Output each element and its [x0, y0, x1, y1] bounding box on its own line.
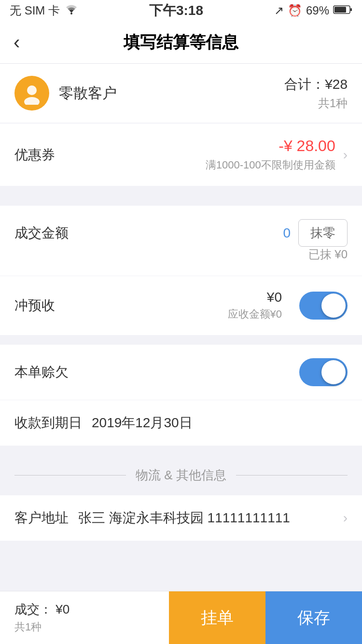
- alarm-icon: ⏰: [288, 4, 302, 17]
- toggle-knob: [321, 294, 346, 318]
- save-button[interactable]: 保存: [265, 591, 362, 644]
- status-right: ↗ ⏰ 69%: [274, 4, 352, 17]
- address-label: 客户地址: [14, 509, 69, 527]
- transaction-amount-row: 成交金额 0 抹零 已抹 ¥0: [0, 206, 362, 276]
- hang-button[interactable]: 挂单: [169, 591, 265, 644]
- coupon-discount: -¥ 28.00: [206, 137, 335, 155]
- total-amount: 合计：¥28: [284, 75, 348, 94]
- prepaid-label: 冲预收: [14, 296, 55, 315]
- coupon-right: -¥ 28.00 满1000-100不限制使用金额 ›: [206, 137, 348, 172]
- transaction-sub: 已抹 ¥0: [308, 247, 348, 262]
- customer-name: 零散客户: [59, 84, 117, 103]
- page-title: 填写结算等信息: [124, 31, 238, 54]
- prepaid-row: 冲预收 ¥0 应收金额¥0: [0, 276, 362, 335]
- no-sim-text: 无 SIM 卡: [10, 3, 60, 18]
- transaction-label: 成交金额: [14, 224, 69, 242]
- svg-point-0: [70, 13, 72, 14]
- bottom-count: 共1种: [14, 620, 154, 634]
- divider-2: [0, 335, 362, 345]
- main-content: 零散客户 合计：¥28 共1种 优惠券 -¥ 28.00 满1000-100不限…: [0, 64, 362, 608]
- prepaid-right: ¥0 应收金额¥0: [228, 290, 348, 322]
- prepaid-amount: ¥0: [228, 290, 282, 305]
- status-bar: 无 SIM 卡 下午3:18 ↗ ⏰ 69%: [0, 0, 362, 21]
- prepaid-sub: 应收金额¥0: [228, 307, 282, 322]
- battery-text: 69%: [306, 4, 329, 17]
- bottom-info: 成交： ¥0 共1种: [0, 591, 169, 644]
- coupon-label: 优惠券: [14, 146, 55, 164]
- coupon-chevron: ›: [343, 147, 348, 163]
- transaction-value: 0: [283, 225, 291, 241]
- prepaid-toggle[interactable]: [299, 292, 348, 320]
- customer-totals: 合计：¥28 共1种: [284, 75, 348, 111]
- divider-line-right: [236, 475, 348, 476]
- svg-rect-2: [334, 7, 346, 13]
- due-date-row: 收款到期日 2019年12月30日: [0, 400, 362, 446]
- bottom-transaction-label: 成交：: [14, 602, 52, 616]
- customer-row: 零散客户 合计：¥28 共1种: [0, 64, 362, 123]
- status-time: 下午3:18: [149, 1, 203, 20]
- divider-1: [0, 196, 362, 206]
- avatar: [14, 76, 49, 111]
- transaction-section: 成交金额 0 抹零 已抹 ¥0 冲预收 ¥0 应收金额¥0: [0, 206, 362, 335]
- bottom-transaction: 成交： ¥0: [14, 601, 154, 618]
- coupon-row[interactable]: 优惠券 -¥ 28.00 满1000-100不限制使用金额 ›: [0, 124, 362, 186]
- debit-row: 本单赊欠: [0, 345, 362, 400]
- svg-rect-3: [350, 8, 352, 11]
- logistics-divider: 物流 & 其他信息: [0, 455, 362, 495]
- debit-section: 本单赊欠 收款到期日 2019年12月30日: [0, 345, 362, 446]
- due-date-value: 2019年12月30日: [92, 414, 193, 432]
- nav-bar: ‹ 填写结算等信息: [0, 21, 362, 64]
- svg-point-4: [27, 85, 37, 95]
- bottom-transaction-value: ¥0: [56, 602, 70, 616]
- address-row[interactable]: 客户地址 张三 海淀永丰科技园 11111111111 ›: [0, 495, 362, 541]
- wifi-icon: [65, 4, 78, 17]
- divider-3: [0, 446, 362, 455]
- battery-icon: [333, 4, 352, 17]
- address-value: 张三 海淀永丰科技园 11111111111: [78, 509, 343, 527]
- round-zero-button[interactable]: 抹零: [298, 219, 348, 247]
- logistics-label: 物流 & 其他信息: [136, 467, 226, 484]
- debit-toggle[interactable]: [299, 358, 348, 386]
- status-left: 无 SIM 卡: [10, 3, 78, 18]
- divider-line-left: [14, 475, 126, 476]
- svg-point-5: [24, 97, 40, 105]
- transaction-right: 0 抹零: [283, 219, 348, 247]
- due-date-label: 收款到期日: [14, 414, 82, 432]
- back-button[interactable]: ‹: [14, 31, 20, 53]
- customer-left: 零散客户: [14, 76, 117, 111]
- debit-label: 本单赊欠: [14, 363, 69, 381]
- prepaid-values: ¥0 应收金额¥0: [228, 290, 282, 322]
- total-count: 共1种: [284, 96, 348, 111]
- location-icon: ↗: [274, 4, 284, 17]
- bottom-bar: 成交： ¥0 共1种 挂单 保存: [0, 591, 362, 644]
- address-chevron: ›: [343, 510, 348, 526]
- debit-toggle-knob: [321, 360, 346, 384]
- coupon-desc: 满1000-100不限制使用金额: [206, 158, 335, 172]
